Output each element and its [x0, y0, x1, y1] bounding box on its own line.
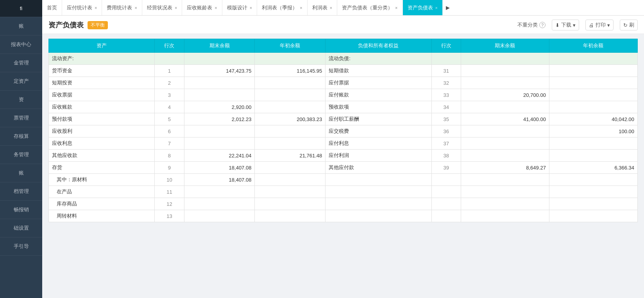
left-begin-balance	[255, 101, 326, 113]
sidebar-item-0[interactable]: fi	[0, 0, 42, 17]
tab-label-4: 应收账龄表	[187, 4, 212, 11]
left-end-balance: 22,241.04	[184, 150, 255, 162]
left-row-num: 4	[155, 101, 184, 113]
left-end-balance	[184, 89, 255, 101]
tab-item-9[interactable]: 资产负债表×	[403, 0, 443, 16]
sidebar-item-12[interactable]: 础设置	[0, 219, 42, 237]
sidebar-item-7[interactable]: 存核算	[0, 127, 42, 146]
tab-close-6[interactable]: ×	[300, 5, 302, 10]
print-button[interactable]: 🖨 打印 ▾	[585, 20, 614, 30]
tab-item-7[interactable]: 利润表×	[308, 0, 337, 16]
right-begin-balance	[549, 186, 637, 198]
header-actions: 不重分类 ? ⬇ 下载 ▾ 🖨 打印 ▾ ↻ 刷	[517, 20, 638, 30]
balance-sheet-table: 资产 行次 期末余额 年初余额 负债和所有者权益 行次 期末余额 年初余额 流动…	[48, 39, 638, 222]
right-begin-balance	[549, 77, 637, 89]
left-end-balance: 2,920.00	[184, 101, 255, 113]
left-label: 应收票据	[49, 89, 155, 101]
sidebar-item-8[interactable]: 务管理	[0, 146, 42, 164]
tab-item-0[interactable]: 首页	[42, 0, 62, 16]
sidebar-item-10[interactable]: 档管理	[0, 182, 42, 201]
left-row-num: 13	[155, 210, 184, 222]
section-left-begin	[255, 53, 326, 65]
left-begin-balance: 200,383.23	[255, 113, 326, 125]
download-button[interactable]: ⬇ 下载 ▾	[552, 20, 579, 30]
tab-close-4[interactable]: ×	[215, 5, 217, 10]
tab-close-5[interactable]: ×	[250, 5, 252, 10]
table-row: 其中：原材料 10 18,407.08	[49, 174, 638, 186]
left-label: 货币资金	[49, 65, 155, 77]
sidebar-item-3[interactable]: 金管理	[0, 54, 42, 72]
section-left-label: 流动资产:	[49, 53, 155, 65]
left-begin-balance	[255, 186, 326, 198]
tab-close-3[interactable]: ×	[175, 5, 177, 10]
left-label: 预付款项	[49, 113, 155, 125]
tab-item-5[interactable]: 模版设计×	[222, 0, 257, 16]
unbalanced-badge: 不平衡	[88, 21, 108, 29]
tab-item-4[interactable]: 应收账龄表×	[182, 0, 222, 16]
table-header-row: 资产 行次 期末余额 年初余额 负债和所有者权益 行次 期末余额 年初余额	[49, 39, 638, 53]
section-right-label: 流动负债:	[326, 53, 431, 65]
left-label: 库存商品	[49, 198, 155, 210]
tab-close-1[interactable]: ×	[95, 5, 97, 10]
right-end-balance	[461, 174, 549, 186]
tab-item-6[interactable]: 利润表（季报）×	[257, 0, 307, 16]
tab-label-2: 费用统计表	[107, 4, 132, 11]
left-row-num: 3	[155, 89, 184, 101]
sidebar-item-2[interactable]: 报表中心	[0, 36, 42, 54]
classification-label[interactable]: 不重分类 ?	[517, 21, 546, 29]
left-end-balance	[184, 198, 255, 210]
table-row: 应收票据 3 应付账款 33 20,700.00	[49, 89, 638, 101]
col-row-num-right: 行次	[431, 39, 461, 53]
left-row-num: 12	[155, 198, 184, 210]
left-row-num: 9	[155, 162, 184, 174]
tab-close-8[interactable]: ×	[395, 5, 397, 10]
tab-close-2[interactable]: ×	[134, 5, 137, 10]
sidebar-item-4[interactable]: 定资产	[0, 72, 42, 91]
right-end-balance	[461, 125, 549, 137]
right-begin-balance	[549, 101, 637, 113]
sidebar-item-5[interactable]: 资	[0, 91, 42, 109]
right-begin-balance	[549, 210, 637, 222]
left-begin-balance	[255, 125, 326, 137]
right-begin-balance: 40,042.00	[549, 113, 637, 125]
col-asset: 资产	[49, 39, 155, 53]
tab-item-1[interactable]: 应付统计表×	[62, 0, 102, 16]
tab-close-9[interactable]: ×	[435, 5, 438, 10]
right-row-num: 31	[431, 65, 461, 77]
tab-nav-right[interactable]: ▶	[443, 0, 453, 16]
table-row: 应收股利 6 应交税费 36 100.00	[49, 125, 638, 137]
col-begin-balance-left: 年初余额	[255, 39, 326, 53]
right-row-num: 36	[431, 125, 461, 137]
tab-item-2[interactable]: 费用统计表×	[102, 0, 142, 16]
right-row-num	[431, 186, 461, 198]
sidebar-item-1[interactable]: 账	[0, 17, 42, 36]
col-end-balance-left: 期末余额	[184, 39, 255, 53]
left-label: 应收利息	[49, 137, 155, 150]
left-label: 在产品	[49, 186, 155, 198]
sidebar-item-6[interactable]: 票管理	[0, 109, 42, 127]
left-row-num: 1	[155, 65, 184, 77]
print-icon: 🖨	[589, 22, 594, 28]
table-row: 预付款项 5 2,012.23 200,383.23 应付职工薪酬 35 41,…	[49, 113, 638, 125]
right-begin-balance	[549, 174, 637, 186]
left-begin-balance	[255, 174, 326, 186]
tab-item-3[interactable]: 经营状况表×	[142, 0, 182, 16]
section-right-begin	[549, 53, 637, 65]
sidebar-item-11[interactable]: 畅报销	[0, 201, 42, 219]
col-liability: 负债和所有者权益	[326, 39, 431, 53]
left-label: 存货	[49, 162, 155, 174]
help-icon: ?	[539, 22, 546, 28]
sidebar-item-13[interactable]: 手引导	[0, 237, 42, 256]
right-label: 应付利润	[326, 150, 431, 162]
refresh-button[interactable]: ↻ 刷	[620, 20, 638, 30]
left-label: 其他应收款	[49, 150, 155, 162]
tab-label-1: 应付统计表	[67, 4, 92, 11]
tab-close-7[interactable]: ×	[330, 5, 332, 10]
sidebar-item-9[interactable]: 账	[0, 164, 42, 182]
right-label: 应付票据	[326, 77, 431, 89]
left-label: 周转材料	[49, 210, 155, 222]
tab-item-8[interactable]: 资产负债表（重分类）×	[337, 0, 402, 16]
left-end-balance	[184, 210, 255, 222]
right-label: 应付职工薪酬	[326, 113, 431, 125]
right-label	[326, 198, 431, 210]
